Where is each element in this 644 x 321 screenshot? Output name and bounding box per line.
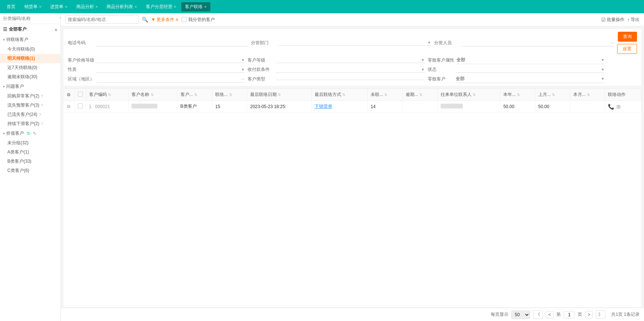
sidebar-item-declining[interactable]: 持续下滑客户(2) ?	[0, 119, 60, 128]
sidebar-item-today[interactable]: 今天待联络(0)	[0, 45, 60, 54]
customer-name-blurred	[132, 104, 157, 108]
th-this-year[interactable]: 本年... ⇅	[500, 89, 535, 101]
sidebar-item-class-c[interactable]: C类客户(6)	[0, 166, 60, 175]
table-footer: 每页显示 50 100 200 《 < 第 页 > 》 共1页 1条记录	[61, 308, 644, 321]
sidebar-item-7days[interactable]: 近7天待联络(0)	[0, 63, 60, 72]
action-grid-icon[interactable]: ⊞	[616, 104, 621, 110]
nav-product-analysis-list[interactable]: 商品分析列表 ×	[103, 2, 140, 11]
sidebar-item-ungrouped[interactable]: 未分组(32)	[0, 138, 60, 148]
td-customer-name	[129, 101, 177, 113]
th-customer-type[interactable]: 客户... ⇅	[177, 89, 212, 101]
first-page-button[interactable]: 《	[533, 310, 543, 319]
page-input[interactable]	[564, 311, 575, 318]
nav-product-analysis-list-close[interactable]: ×	[134, 4, 137, 9]
my-customers-checkbox[interactable]: 我分管的客户	[182, 17, 215, 23]
nav-product-analysis[interactable]: 商品分析 ×	[73, 2, 101, 11]
nav-customer-contact-close[interactable]: ×	[204, 4, 206, 9]
sidebar-item-repurchase-abnormal[interactable]: 回购异常客户(2) ?	[0, 92, 60, 101]
sidebar-item-class-b[interactable]: B类客户(33)	[0, 157, 60, 166]
sort-code-icon[interactable]: ⇅	[108, 93, 111, 97]
sort-contact-icon[interactable]: ⇅	[229, 93, 232, 97]
sort-date-icon[interactable]: ⇅	[278, 93, 281, 97]
filter-panel: 电话号码 分管部门 ▼ 分管人员 ···	[63, 28, 642, 86]
search-button[interactable]: 🔍	[142, 17, 148, 23]
filter-status-select[interactable]: ▼	[456, 67, 605, 73]
td-gear[interactable]: ⚙	[63, 101, 74, 113]
filter-retail-attr-select[interactable]: 全部 ▼	[456, 56, 605, 64]
sort-method-icon[interactable]: ⇅	[342, 93, 345, 97]
prev-page-button[interactable]: <	[546, 311, 553, 318]
th-contact-count[interactable]: 联络... ⇅	[212, 89, 247, 101]
filter-phone-input[interactable]	[96, 39, 248, 46]
nav-purchase-close[interactable]: ×	[65, 4, 67, 9]
filter-customer-level-select[interactable]: ▼	[276, 57, 424, 63]
manager-more-icon[interactable]: ···	[610, 40, 614, 45]
th-this-month[interactable]: 本月... ⇅	[570, 89, 605, 101]
th-customer-code[interactable]: 客户编码 ⇅	[86, 89, 129, 101]
th-last-month[interactable]: 上月... ⇅	[535, 89, 570, 101]
all-customers-header[interactable]: ☰ 全部客户 «	[0, 24, 60, 35]
filter-nature-select[interactable]: ▼	[96, 67, 245, 73]
sort-type-icon[interactable]: ⇅	[194, 93, 197, 97]
filter-dept-label: 分管部门	[251, 40, 277, 46]
row-checkbox[interactable]	[78, 103, 83, 108]
filter-retail-customer-select[interactable]: 全部 ▼	[456, 75, 605, 83]
next-page-button[interactable]: >	[585, 311, 593, 318]
nav-home[interactable]: 首页	[3, 2, 19, 11]
more-conditions-btn[interactable]: ▼ 更多条件 ∧	[151, 17, 179, 23]
th-check[interactable]	[74, 89, 86, 101]
last-page-button[interactable]: 》	[596, 310, 605, 319]
sort-overdue-icon[interactable]: ⇅	[419, 93, 422, 97]
filter-manager-select[interactable]: ···	[462, 39, 614, 46]
region-more-icon[interactable]: ···	[241, 76, 245, 82]
sidebar-item-churned[interactable]: 已流失客户(24) ?	[0, 110, 60, 119]
export-button[interactable]: ↑ 导出	[627, 17, 640, 23]
filter-payment-select[interactable]: ▼	[276, 67, 424, 73]
filter-price-tier-select[interactable]: ▼	[97, 57, 245, 63]
query-button[interactable]: 查询	[618, 32, 637, 42]
sidebar-item-churn-warning[interactable]: 流失预警客户(3) ?	[0, 101, 60, 110]
th-unlinked-days[interactable]: 未联... ⇅	[368, 89, 403, 101]
per-page-select[interactable]: 50 100 200	[511, 311, 530, 319]
th-contact-person[interactable]: 往来单位联系人 ⇅	[437, 89, 500, 101]
nav-sales-close[interactable]: ×	[39, 4, 41, 9]
sort-year-icon[interactable]: ⇅	[517, 93, 520, 97]
sort-unlinked-icon[interactable]: ⇅	[384, 93, 387, 97]
td-last-contact-date: 2023-05-23 18:25:	[247, 101, 311, 113]
group-pending-contact[interactable]: 待联络客户	[0, 35, 60, 45]
th-customer-name[interactable]: 客户名称 ⇅	[129, 89, 177, 101]
nav-product-analysis-close[interactable]: ×	[95, 4, 98, 9]
sidebar-item-overdue[interactable]: 逾期未联络(30)	[0, 72, 60, 82]
action-phone-icon[interactable]: 📞	[608, 104, 614, 110]
sort-person-icon[interactable]: ⇅	[473, 93, 476, 97]
settings-button[interactable]: 设置	[617, 44, 637, 54]
table-row: ⚙ 1 000021 B类客户 15 2023-05	[63, 101, 641, 113]
sidebar-item-class-a[interactable]: A类客户(1)	[0, 148, 60, 157]
filter-dept-select[interactable]: ▼	[279, 40, 431, 46]
filter-customer-type-select[interactable]	[276, 78, 424, 80]
td-this-year: 50.00	[500, 101, 535, 113]
sort-last-month-icon[interactable]: ⇅	[552, 93, 555, 97]
td-check[interactable]	[74, 101, 86, 113]
sidebar-item-tomorrow[interactable]: 明天待联络(1)	[0, 54, 60, 63]
th-gear[interactable]: ⚙	[63, 89, 74, 101]
my-customers-check[interactable]	[182, 17, 187, 22]
nav-customer-tier-close[interactable]: ×	[174, 4, 176, 9]
sidebar-search-input[interactable]	[3, 16, 58, 21]
nav-customer-contact[interactable]: 客户联络 ×	[181, 2, 210, 11]
sort-month-icon[interactable]: ⇅	[587, 93, 590, 97]
th-last-contact-date[interactable]: 最后联络日期 ⇅	[247, 89, 311, 101]
nav-sales[interactable]: 销货单 ×	[21, 2, 45, 11]
th-overdue[interactable]: 逾期... ⇅	[402, 89, 437, 101]
group-value-customers[interactable]: 价值客户 ↻ ✎	[0, 128, 60, 138]
group-problem-customers[interactable]: 问题客户	[0, 82, 60, 92]
th-last-contact-method[interactable]: 最后联络方式 ⇅	[311, 89, 367, 101]
nav-purchase[interactable]: 进货单 ×	[46, 2, 71, 11]
sort-name-icon[interactable]: ⇅	[151, 93, 154, 97]
nav-customer-tier[interactable]: 客户分层经营 ×	[142, 2, 180, 11]
batch-op-button[interactable]: ☑ 批量操作	[601, 17, 624, 23]
search-input[interactable]	[68, 17, 136, 22]
filter-region-select[interactable]: ···	[97, 76, 245, 83]
sidebar-collapse-icon[interactable]: «	[55, 27, 57, 32]
td-last-contact-method[interactable]: 下销货单	[311, 101, 367, 113]
